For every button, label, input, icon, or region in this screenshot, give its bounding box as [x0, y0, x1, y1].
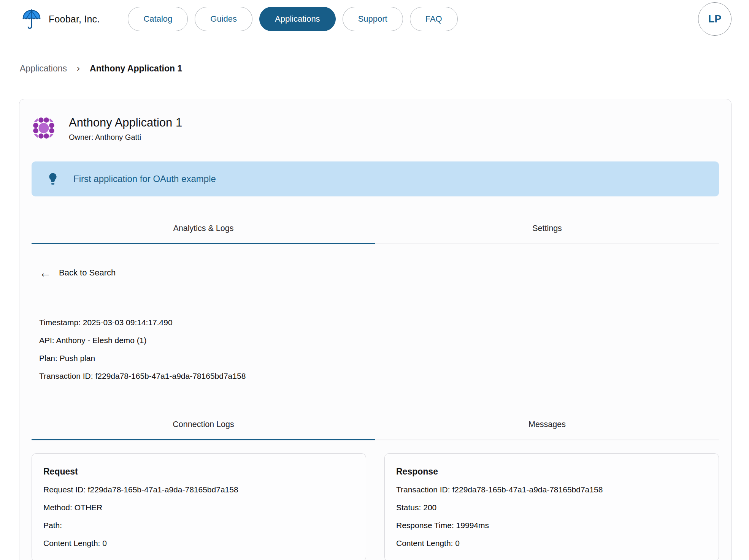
response-content-length-value: 0	[455, 539, 460, 547]
back-to-search-label: Back to Search	[59, 268, 116, 278]
owner-label: Owner:	[69, 133, 93, 141]
request-id-value: f229da78-165b-47a1-a9da-78165bd7a158	[88, 485, 238, 494]
application-dots-icon	[32, 116, 56, 140]
application-title: Anthony Application 1	[69, 116, 182, 130]
response-status-value: 200	[423, 503, 436, 512]
request-method-value: OTHER	[75, 503, 103, 512]
nav-item-applications[interactable]: Applications	[259, 7, 336, 31]
response-time-value: 19994ms	[456, 521, 489, 530]
secondary-tabs: Connection Logs Messages	[32, 413, 719, 440]
detail-transaction-id: Transaction ID: f229da78-165b-47a1-a9da-…	[39, 367, 719, 385]
description-banner-text: First application for OAuth example	[73, 174, 216, 184]
response-status-line: Status: 200	[396, 498, 707, 516]
detail-plan: Plan: Push plan	[39, 349, 719, 367]
request-content-length-value: 0	[102, 539, 107, 547]
detail-timestamp-value: 2025-03-03 09:14:17.490	[83, 318, 173, 327]
request-path-label: Path:	[43, 521, 62, 530]
brand-name: Foobar, Inc.	[49, 14, 100, 25]
detail-plan-value: Push plan	[60, 354, 95, 362]
nav-item-faq[interactable]: FAQ	[410, 7, 458, 31]
nav-item-guides[interactable]: Guides	[195, 7, 252, 31]
response-time-line: Response Time: 19994ms	[396, 516, 707, 534]
request-response-panels: Request Request ID: f229da78-165b-47a1-a…	[32, 453, 719, 560]
back-arrow-icon: ←	[39, 269, 51, 277]
user-avatar[interactable]: LP	[698, 2, 732, 36]
breadcrumb-separator-icon: ›	[77, 63, 80, 74]
response-transaction-id-value: f229da78-165b-47a1-a9da-78165bd7a158	[452, 485, 603, 494]
breadcrumb-applications-link[interactable]: Applications	[20, 63, 67, 74]
detail-timestamp: Timestamp: 2025-03-03 09:14:17.490	[39, 313, 719, 331]
application-header: Anthony Application 1 Owner: Anthony Gat…	[32, 116, 719, 142]
response-content-length-label: Content Length:	[396, 539, 453, 547]
log-details: Timestamp: 2025-03-03 09:14:17.490 API: …	[39, 313, 719, 385]
detail-transaction-id-value: f229da78-165b-47a1-a9da-78165bd7a158	[95, 372, 246, 380]
back-to-search-link[interactable]: ← Back to Search	[39, 268, 116, 278]
request-panel: Request Request ID: f229da78-165b-47a1-a…	[32, 453, 366, 560]
request-method-label: Method:	[43, 503, 72, 512]
request-content-length-line: Content Length: 0	[43, 534, 354, 552]
header: Foobar, Inc. Catalog Guides Applications…	[0, 0, 749, 38]
breadcrumb-current-page: Anthony Application 1	[90, 63, 182, 74]
detail-api-label: API:	[39, 336, 54, 345]
owner-value: Anthony Gatti	[95, 133, 141, 141]
application-header-text: Anthony Application 1 Owner: Anthony Gat…	[69, 116, 182, 142]
request-content-length-label: Content Length:	[43, 539, 100, 547]
application-card: Anthony Application 1 Owner: Anthony Gat…	[19, 99, 732, 560]
breadcrumb: Applications › Anthony Application 1	[20, 63, 749, 74]
request-path-line: Path:	[43, 516, 354, 534]
request-method-line: Method: OTHER	[43, 498, 354, 516]
response-time-label: Response Time:	[396, 521, 454, 530]
detail-transaction-id-label: Transaction ID:	[39, 372, 93, 380]
response-status-label: Status:	[396, 503, 421, 512]
nav-item-support[interactable]: Support	[343, 7, 403, 31]
detail-plan-label: Plan:	[39, 354, 57, 362]
response-panel-title: Response	[396, 467, 707, 477]
application-owner: Owner: Anthony Gatti	[69, 133, 182, 142]
nav-item-catalog[interactable]: Catalog	[128, 7, 188, 31]
request-panel-title: Request	[43, 467, 354, 477]
detail-api: API: Anthony - Elesh demo (1)	[39, 331, 719, 349]
tab-settings[interactable]: Settings	[375, 217, 719, 244]
response-transaction-id-label: Transaction ID:	[396, 485, 450, 494]
tab-connection-logs[interactable]: Connection Logs	[32, 413, 375, 440]
request-id-line: Request ID: f229da78-165b-47a1-a9da-7816…	[43, 481, 354, 498]
response-panel: Response Transaction ID: f229da78-165b-4…	[384, 453, 719, 560]
primary-tabs: Analytics & Logs Settings	[32, 217, 719, 244]
description-banner: First application for OAuth example	[32, 161, 719, 196]
tab-messages[interactable]: Messages	[375, 413, 719, 440]
response-transaction-id-line: Transaction ID: f229da78-165b-47a1-a9da-…	[396, 481, 707, 498]
main-nav: Catalog Guides Applications Support FAQ	[128, 7, 457, 31]
request-id-label: Request ID:	[43, 485, 86, 494]
detail-api-value: Anthony - Elesh demo (1)	[56, 336, 146, 345]
umbrella-logo-icon	[22, 8, 41, 30]
lightbulb-icon	[48, 172, 58, 186]
response-content-length-line: Content Length: 0	[396, 534, 707, 552]
tab-analytics-logs[interactable]: Analytics & Logs	[32, 217, 375, 244]
detail-timestamp-label: Timestamp:	[39, 318, 81, 327]
